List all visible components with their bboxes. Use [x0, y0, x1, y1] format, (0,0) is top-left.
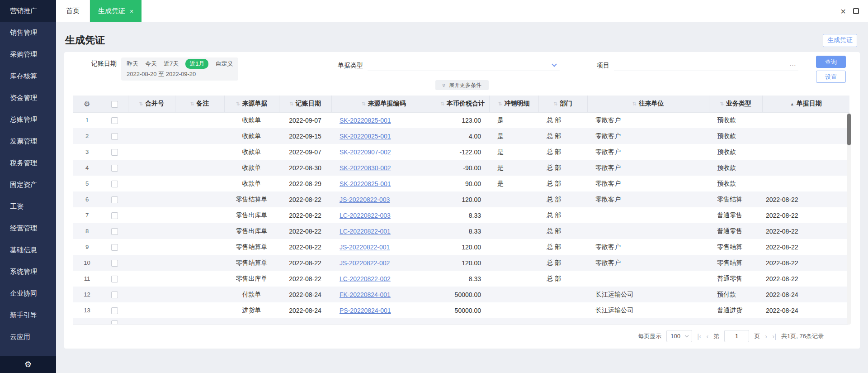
generate-voucher-button[interactable]: 生成凭证 [823, 34, 857, 47]
row-checkbox[interactable] [111, 260, 118, 267]
per-page-select[interactable]: 100 [666, 330, 692, 342]
settings-gear-icon[interactable]: ⚙ [24, 359, 32, 369]
sort-icon[interactable]: ⇅ [289, 101, 293, 106]
date-range-value[interactable]: 2022-08-20 至 2022-09-20 [127, 70, 233, 78]
sidebar-item-module[interactable]: 销售管理 [0, 22, 56, 43]
row-checkbox[interactable] [111, 212, 118, 219]
column-header[interactable]: ⇅业务类型 [709, 96, 762, 112]
sidebar-item-module[interactable]: 工资 [0, 196, 56, 217]
select-all-checkbox[interactable] [111, 101, 118, 108]
tab-close-icon[interactable]: × [130, 8, 133, 15]
first-page-icon[interactable]: |‹ [697, 333, 701, 340]
sidebar-item-module[interactable]: 库存核算 [0, 65, 56, 87]
row-checkbox[interactable] [111, 149, 118, 156]
column-header[interactable]: ⇅来源单据编码 [331, 96, 436, 112]
project-input[interactable]: … [614, 59, 798, 71]
page-number-input[interactable] [724, 330, 749, 342]
sidebar-item-module[interactable]: 基础信息 [0, 239, 56, 261]
row-checkbox[interactable] [111, 133, 118, 140]
sidebar-item-module[interactable]: 经营管理 [0, 217, 56, 239]
sort-icon[interactable]: ⇅ [720, 101, 724, 106]
sort-icon[interactable]: ⇅ [139, 101, 143, 106]
column-header[interactable]: ⇅本币价税合计 [436, 96, 489, 112]
sort-icon[interactable]: ⇅ [632, 101, 636, 106]
column-header[interactable]: ⇅合并号 [128, 96, 175, 112]
row-checkbox[interactable] [111, 276, 118, 282]
sort-icon[interactable]: ⇅ [553, 101, 557, 106]
source-doc-link[interactable]: SK-20220830-002 [340, 164, 391, 172]
row-checkbox[interactable] [111, 117, 118, 124]
sort-asc-icon[interactable]: ▲ [790, 102, 794, 106]
close-icon[interactable]: × [840, 7, 846, 16]
row-checkbox[interactable] [111, 307, 118, 314]
query-button[interactable]: 查询 [816, 56, 846, 68]
source-doc-link[interactable]: JS-20220822-003 [340, 196, 390, 203]
row-checkbox[interactable] [111, 320, 118, 325]
table-row[interactable]: 3 收款单 2022-09-07 SK-20220907-002 -122.00… [73, 144, 849, 160]
row-checkbox[interactable] [111, 292, 118, 298]
source-doc-link[interactable]: LC-20220822-003 [340, 212, 391, 219]
column-header[interactable]: ⇅部门 [538, 96, 587, 112]
table-row[interactable]: 12 付款单 2022-08-24 FK-20220824-001 50000.… [73, 287, 849, 302]
source-doc-link[interactable]: FK-20220824-001 [340, 291, 391, 298]
doc-type-select[interactable] [368, 59, 560, 71]
row-checkbox[interactable] [111, 181, 118, 187]
tab-home[interactable]: 首页 [56, 0, 90, 22]
column-header[interactable]: ⇅记账日期 [279, 96, 331, 112]
source-doc-link[interactable]: JS-20220822-001 [340, 244, 390, 251]
table-row[interactable]: 1 收款单 2022-09-07 SK-20220825-001 123.00 … [73, 112, 849, 128]
quick-date-option[interactable]: 近7天 [164, 60, 179, 68]
sidebar-item-module[interactable]: 采购管理 [0, 43, 56, 65]
quick-date-option[interactable]: 近1月 [185, 59, 208, 69]
row-checkbox[interactable] [111, 196, 118, 203]
table-row[interactable]: 7 零售出库单 2022-08-22 LC-20220822-003 8.33 … [73, 207, 849, 223]
source-doc-link[interactable]: LC-20220822-001 [340, 228, 391, 235]
source-doc-link[interactable]: JS-20220822-002 [340, 259, 390, 267]
quick-date-option[interactable]: 今天 [145, 60, 157, 68]
row-checkbox[interactable] [111, 165, 118, 172]
settings-button[interactable]: 设置 [816, 71, 846, 83]
quick-date-option[interactable]: 自定义 [215, 60, 233, 68]
prev-page-icon[interactable]: ‹ [706, 333, 708, 340]
row-checkbox[interactable] [111, 228, 118, 235]
column-header[interactable]: ⇅备注 [175, 96, 224, 112]
row-checkbox[interactable] [111, 244, 118, 251]
next-page-icon[interactable]: › [765, 333, 767, 340]
source-doc-link[interactable]: SK-20220825-001 [340, 180, 391, 187]
sort-icon[interactable]: ⇅ [236, 101, 240, 106]
sidebar-item-module[interactable]: 总账管理 [0, 109, 56, 130]
table-row[interactable]: 5 收款单 2022-08-29 SK-20220825-001 90.00 是… [73, 176, 849, 191]
sidebar-item-module[interactable]: 固定资产 [0, 174, 56, 196]
table-row[interactable]: 11 零售出库单 2022-08-22 LC-20220822-002 8.33… [73, 271, 849, 287]
column-header[interactable]: ⇅往来单位 [587, 96, 709, 112]
scrollbar-thumb[interactable] [847, 114, 851, 145]
sidebar-item-module[interactable]: 税务管理 [0, 152, 56, 174]
sidebar-item-module[interactable]: 企业协同 [0, 282, 56, 304]
column-settings-gear-icon[interactable]: ⚙ [73, 96, 101, 112]
sidebar-item-module[interactable]: 发票管理 [0, 130, 56, 152]
source-doc-link[interactable]: PS-20220824-001 [340, 307, 391, 314]
table-row[interactable]: 8 零售出库单 2022-08-22 LC-20220822-001 8.33 … [73, 223, 849, 239]
sidebar-item-active[interactable]: 营销推广 [0, 0, 56, 22]
table-row[interactable]: 2 收款单 2022-09-15 SK-20220825-001 4.00 是 … [73, 128, 849, 144]
source-doc-link[interactable]: SK-20220907-002 [340, 148, 391, 156]
last-page-icon[interactable]: ›| [772, 333, 776, 340]
table-row[interactable]: 9 零售结算单 2022-08-22 JS-20220822-001 120.0… [73, 239, 849, 255]
sidebar-item-module[interactable]: 系统管理 [0, 261, 56, 282]
sidebar-item-module[interactable]: 新手引导 [0, 304, 56, 326]
source-doc-link[interactable]: SK-20220825-001 [340, 117, 391, 124]
sort-icon[interactable]: ⇅ [440, 101, 444, 106]
table-row[interactable]: 13 进货单 2022-08-24 PS-20220824-001 50000.… [73, 302, 849, 318]
column-header[interactable]: ⇅来源单据 [224, 96, 279, 112]
sidebar-item-module[interactable]: 云应用 [0, 326, 56, 348]
source-doc-link[interactable]: SK-20220825-001 [340, 133, 391, 140]
sort-icon[interactable]: ⇅ [498, 101, 502, 106]
sidebar-item-module[interactable]: 资金管理 [0, 87, 56, 109]
ellipsis-picker-icon[interactable]: … [789, 59, 797, 67]
table-row[interactable]: 6 零售结算单 2022-08-22 JS-20220822-003 120.0… [73, 191, 849, 207]
column-header[interactable]: ▲单据日期 [762, 96, 849, 112]
expand-more-button[interactable]: » 展开更多条件 [435, 80, 489, 90]
fullscreen-icon[interactable] [853, 8, 859, 14]
sort-icon[interactable]: ⇅ [361, 101, 365, 106]
table-row[interactable]: 4 收款单 2022-08-30 SK-20220830-002 -90.00 … [73, 160, 849, 176]
